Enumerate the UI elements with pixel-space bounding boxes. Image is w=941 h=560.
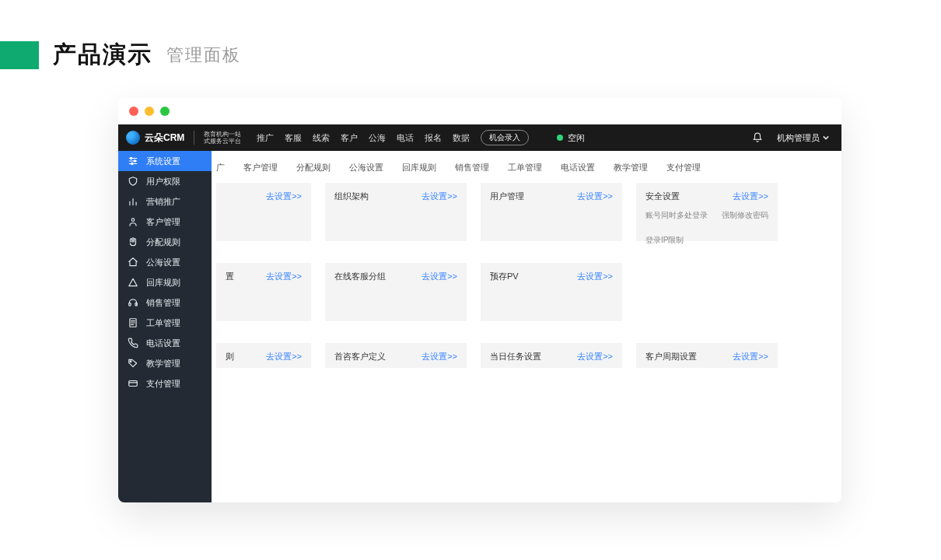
window-traffic-lights — [118, 98, 841, 124]
settings-card: 在线客服分组去设置>> — [325, 263, 467, 321]
sub-tab[interactable]: 回库规则 — [396, 159, 443, 177]
settings-card: 组织架构去设置>> — [325, 183, 467, 241]
sidebar-item-label: 支付管理 — [146, 378, 180, 390]
sidebar-item[interactable]: 电话设置 — [118, 333, 212, 353]
sidebar-item-label: 销售管理 — [146, 297, 180, 309]
logo-brand: 云朵CRM — [145, 131, 184, 145]
sidebar-item[interactable]: 分配规则 — [118, 232, 212, 252]
go-settings-link[interactable]: 去设置>> — [577, 271, 613, 282]
sidebar-item[interactable]: 支付管理 — [118, 373, 212, 394]
top-nav-item[interactable]: 报名 — [425, 132, 442, 144]
settings-card: 用户管理去设置>> — [481, 183, 622, 241]
go-settings-link[interactable]: 去设置>> — [266, 351, 302, 362]
minimize-dot-icon[interactable] — [145, 107, 154, 116]
sidebar-item[interactable]: 系统设置 — [118, 151, 212, 171]
sidebar-item[interactable]: 客户管理 — [118, 212, 212, 232]
svg-rect-17 — [129, 381, 138, 387]
chevron-down-icon — [823, 135, 829, 141]
sidebar-item-label: 公海设置 — [146, 257, 180, 268]
person-icon — [128, 216, 138, 227]
svg-point-16 — [130, 361, 131, 362]
sidebar-item-label: 教学管理 — [146, 358, 180, 369]
sidebar-item-label: 用户权限 — [146, 176, 180, 187]
go-settings-link[interactable]: 去设置>> — [733, 351, 768, 362]
sub-tab[interactable]: 销售管理 — [449, 159, 495, 177]
sub-tab[interactable]: 公海设置 — [343, 159, 390, 177]
top-nav-item[interactable]: 电话 — [397, 132, 414, 144]
browser-window: 云朵CRM 教育机构一站 式服务云平台 推广客服线索客户公海电话报名数据 机会录… — [118, 98, 841, 502]
sliders-icon — [128, 156, 138, 166]
user-menu[interactable]: 机构管理员 — [777, 132, 829, 144]
top-nav-item[interactable]: 推广 — [257, 132, 274, 144]
logo-tagline: 教育机构一站 式服务云平台 — [204, 131, 241, 145]
maximize-dot-icon[interactable] — [160, 107, 170, 116]
top-nav-item[interactable]: 数据 — [453, 132, 470, 144]
card-icon — [128, 378, 138, 389]
sidebar-item-label: 电话设置 — [146, 338, 180, 349]
settings-card: 客户周期设置去设置>> — [636, 343, 778, 368]
logo-mark-icon — [126, 131, 140, 145]
triangle-icon — [128, 277, 138, 288]
sidebar-item-label: 回库规则 — [146, 277, 180, 289]
go-settings-link[interactable]: 去设置>> — [266, 191, 302, 202]
sidebar: 系统设置用户权限营销推广客户管理分配规则公海设置回库规则销售管理工单管理电话设置… — [118, 151, 212, 502]
sidebar-item[interactable]: 教学管理 — [118, 353, 212, 373]
top-nav-item[interactable]: 线索 — [313, 132, 330, 144]
sidebar-item[interactable]: 用户权限 — [118, 171, 212, 191]
status-dot-icon — [557, 135, 563, 141]
svg-point-4 — [134, 160, 135, 162]
sub-tab[interactable]: 分配规则 — [290, 159, 337, 177]
sidebar-item[interactable]: 回库规则 — [118, 272, 212, 292]
settings-cards: 去设置>>组织架构去设置>>用户管理去设置>>安全设置去设置>>账号同时多处登录… — [212, 183, 841, 368]
sidebar-item[interactable]: 工单管理 — [118, 313, 212, 333]
close-dot-icon[interactable] — [129, 107, 138, 116]
svg-point-5 — [131, 163, 133, 164]
settings-card: 置去设置>> — [216, 263, 311, 321]
sub-tab[interactable]: 教学管理 — [607, 159, 654, 177]
shield-icon — [128, 176, 138, 187]
go-settings-link[interactable]: 去设置>> — [266, 271, 302, 282]
sub-tab[interactable]: 客户管理 — [237, 159, 284, 177]
go-settings-link[interactable]: 去设置>> — [422, 271, 457, 282]
tag-icon — [128, 358, 138, 369]
card-detail-item: 登录IP限制 — [645, 235, 684, 246]
sub-tab[interactable]: 支付管理 — [660, 159, 707, 177]
go-settings-link[interactable]: 去设置>> — [577, 191, 613, 202]
app-topbar: 云朵CRM 教育机构一站 式服务云平台 推广客服线索客户公海电话报名数据 机会录… — [118, 124, 841, 151]
sidebar-item[interactable]: 销售管理 — [118, 292, 212, 313]
settings-card: 当日任务设置去设置>> — [481, 343, 622, 368]
sub-tab[interactable]: 电话设置 — [554, 159, 601, 177]
status-indicator: 空闲 — [557, 132, 585, 144]
go-settings-link[interactable]: 去设置>> — [422, 351, 457, 362]
top-nav-item[interactable]: 公海 — [369, 132, 386, 144]
settings-card: 安全设置去设置>>账号同时多处登录强制修改密码登录IP限制 — [636, 183, 778, 241]
sub-tab[interactable]: 工单管理 — [502, 159, 548, 177]
svg-point-9 — [131, 219, 135, 222]
settings-card: 则去设置>> — [216, 343, 311, 368]
top-nav-item[interactable]: 客服 — [285, 132, 302, 144]
headset-icon — [128, 297, 138, 308]
status-label: 空闲 — [568, 132, 585, 144]
accent-block — [0, 41, 39, 69]
go-settings-link[interactable]: 去设置>> — [733, 191, 768, 202]
card-details: 账号同时多处登录强制修改密码登录IP限制 — [645, 210, 768, 246]
user-role: 机构管理员 — [777, 132, 820, 144]
svg-point-3 — [131, 157, 132, 159]
go-settings-link[interactable]: 去设置>> — [577, 351, 613, 362]
notifications-icon[interactable] — [752, 132, 763, 143]
page-title: 产品演示 — [53, 39, 152, 71]
record-opportunity-button[interactable]: 机会录入 — [481, 130, 529, 145]
sub-tabs: 广客户管理分配规则公海设置回库规则销售管理工单管理电话设置教学管理支付管理 — [212, 151, 841, 183]
chart-icon — [128, 196, 138, 207]
doc-icon — [128, 317, 138, 328]
card-detail-item: 账号同时多处登录 — [645, 210, 708, 221]
top-nav: 推广客服线索客户公海电话报名数据 — [257, 132, 470, 144]
settings-card: 预存PV去设置>> — [481, 263, 622, 321]
sub-tab[interactable]: 广 — [216, 159, 231, 177]
page-subtitle: 管理面板 — [166, 44, 241, 67]
top-nav-item[interactable]: 客户 — [341, 132, 358, 144]
go-settings-link[interactable]: 去设置>> — [422, 191, 457, 202]
sidebar-item[interactable]: 公海设置 — [118, 252, 212, 272]
phone-icon — [128, 338, 138, 348]
sidebar-item[interactable]: 营销推广 — [118, 191, 212, 212]
